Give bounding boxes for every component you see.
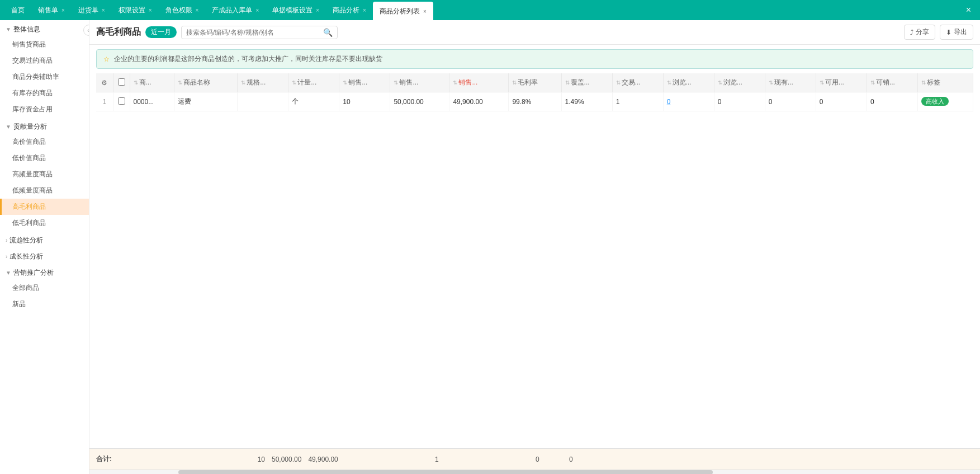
sidebar-item-traded-goods[interactable]: 交易过的商品 bbox=[0, 53, 89, 69]
sidebar-item-new-goods[interactable]: 新品 bbox=[0, 296, 89, 312]
sidebar-item-high-value[interactable]: 高价值商品 bbox=[0, 134, 89, 150]
cell-checkbox[interactable] bbox=[113, 92, 130, 111]
sidebar-item-goods-analysis-assist[interactable]: 商品分类辅助率 bbox=[0, 69, 89, 85]
footer-spacer1 bbox=[342, 456, 409, 463]
cell-sales-qty: 10 bbox=[339, 92, 390, 111]
share-icon: ⤴ bbox=[910, 29, 913, 36]
sidebar-group-growth[interactable]: › 成长性分析 bbox=[0, 247, 89, 264]
col-margin-rate[interactable]: ⇅毛利率 bbox=[509, 73, 561, 92]
col-current-stock[interactable]: ⇅现有... bbox=[765, 73, 816, 92]
sidebar-group-trend[interactable]: › 流趋性分析 bbox=[0, 231, 89, 247]
table-header-row: ⚙ ⇅商... ⇅商品名称 ⇅规格... bbox=[96, 73, 973, 92]
close-permission-settings[interactable]: × bbox=[149, 7, 152, 13]
footer-available: 0 bbox=[543, 456, 576, 463]
col-browse2[interactable]: ⇅浏览... bbox=[714, 73, 765, 92]
close-sales-order[interactable]: × bbox=[61, 7, 65, 13]
content-header: 高毛利商品 近一月 🔍 ⤴ 分享 ⬇ 导出 bbox=[89, 20, 980, 45]
cell-available: 0 bbox=[816, 92, 867, 111]
export-icon: ⬇ bbox=[946, 29, 951, 36]
content-area: 高毛利商品 近一月 🔍 ⤴ 分享 ⬇ 导出 ☆ 企业的主要的利润都是这部分商品创… bbox=[89, 20, 980, 474]
nav-product-warehousing[interactable]: 产成品入库单 × bbox=[205, 0, 266, 20]
nav-role-permission[interactable]: 角色权限 × bbox=[159, 0, 206, 20]
top-nav: 首页 销售单 × 进货单 × 权限设置 × 角色权限 × 产成品入库单 × 单据… bbox=[0, 0, 980, 20]
col-sellable[interactable]: ⇅可销... bbox=[867, 73, 917, 92]
cell-sales-amount: 50,000.00 bbox=[390, 92, 449, 111]
sidebar-group-profit[interactable]: ▼ 贡献量分析 bbox=[0, 118, 89, 134]
col-settings[interactable]: ⚙ bbox=[96, 73, 113, 92]
nav-sales-order[interactable]: 销售单 × bbox=[31, 0, 72, 20]
col-sales-qty[interactable]: ⇅销售... bbox=[339, 73, 390, 92]
sidebar-item-high-freq[interactable]: 高频量度商品 bbox=[0, 166, 89, 182]
cell-sales-cost: 49,900.00 bbox=[449, 92, 509, 111]
nav-product-analysis-list[interactable]: 商品分析列表 × bbox=[373, 2, 433, 21]
header-actions: ⤴ 分享 ⬇ 导出 bbox=[904, 25, 973, 40]
close-product-analysis-list[interactable]: × bbox=[423, 8, 427, 15]
sidebar-item-stock-capital-usage[interactable]: 库存资金占用 bbox=[0, 101, 89, 118]
nav-order-template[interactable]: 单据模板设置 × bbox=[266, 0, 326, 20]
bottom-scrollbar[interactable] bbox=[89, 470, 980, 474]
col-browse1[interactable]: ⇅浏览... bbox=[663, 73, 714, 92]
time-filter-btn[interactable]: 近一月 bbox=[145, 26, 177, 38]
col-trade-count[interactable]: ⇅交易... bbox=[612, 73, 663, 92]
nav-purchase-order[interactable]: 进货单 × bbox=[72, 0, 112, 20]
cell-current-stock: 0 bbox=[765, 92, 816, 111]
sidebar-group-marketing[interactable]: ▼ 营销推广分析 bbox=[0, 264, 89, 280]
sidebar-item-in-stock-goods[interactable]: 有库存的商品 bbox=[0, 85, 89, 101]
arrow-overall: ▼ bbox=[6, 26, 11, 32]
col-unit[interactable]: ⇅计量... bbox=[288, 73, 339, 92]
footer-sales-cost: 49,900.00 bbox=[305, 456, 341, 463]
close-order-template[interactable]: × bbox=[316, 7, 319, 13]
row-checkbox[interactable] bbox=[118, 97, 125, 105]
col-tag[interactable]: ⇅标签 bbox=[917, 73, 973, 92]
arrow-profit: ▼ bbox=[6, 124, 11, 130]
scrollbar-thumb bbox=[178, 470, 713, 474]
close-product-warehousing[interactable]: × bbox=[255, 7, 259, 13]
nav-product-analysis[interactable]: 商品分析 × bbox=[326, 0, 373, 20]
search-input[interactable] bbox=[186, 29, 323, 36]
col-coverage[interactable]: ⇅覆盖... bbox=[561, 73, 612, 92]
col-sales-amount[interactable]: ⇅销售... bbox=[390, 73, 449, 92]
sidebar-item-sales-goods[interactable]: 销售货商品 bbox=[0, 36, 89, 53]
cell-trade-count: 1 bbox=[612, 92, 663, 111]
sidebar-group-overall[interactable]: ▼ 整体信息 bbox=[0, 20, 89, 36]
nav-home[interactable]: 首页 bbox=[4, 0, 31, 20]
data-table: ⚙ ⇅商... ⇅商品名称 ⇅规格... bbox=[96, 73, 973, 111]
sidebar-item-high-margin[interactable]: 高毛利商品 bbox=[0, 199, 89, 215]
sidebar-item-low-freq[interactable]: 低频量度商品 bbox=[0, 182, 89, 199]
footer-current-stock: 0 bbox=[509, 456, 543, 463]
footer-summary: 合计: 10 50,000.00 49,900.00 1 0 bbox=[89, 448, 980, 470]
summary-label: 合计: bbox=[96, 454, 112, 464]
col-name[interactable]: ⇅商品名称 bbox=[174, 73, 237, 92]
footer-sales-amount: 50,000.00 bbox=[268, 456, 305, 463]
footer-trade-count: 1 bbox=[409, 456, 442, 463]
sidebar-item-low-value[interactable]: 低价值商品 bbox=[0, 150, 89, 166]
cell-unit: 个 bbox=[288, 92, 339, 111]
footer-spacer2 bbox=[442, 456, 509, 463]
close-all-tabs[interactable]: × bbox=[962, 5, 976, 15]
browse1-link[interactable]: 0 bbox=[667, 98, 671, 106]
col-spec[interactable]: ⇅规格... bbox=[238, 73, 288, 92]
cell-margin-rate: 99.8% bbox=[509, 92, 561, 111]
col-available[interactable]: ⇅可用... bbox=[816, 73, 867, 92]
nav-permission-settings[interactable]: 权限设置 × bbox=[112, 0, 159, 20]
col-code[interactable]: ⇅商... bbox=[130, 73, 174, 92]
cell-browse1[interactable]: 0 bbox=[663, 92, 714, 111]
sidebar-item-all-goods[interactable]: 全部商品 bbox=[0, 280, 89, 296]
close-product-analysis[interactable]: × bbox=[363, 7, 366, 13]
sidebar-item-low-margin[interactable]: 低毛利商品 bbox=[0, 215, 89, 231]
share-btn[interactable]: ⤴ 分享 bbox=[904, 25, 935, 40]
arrow-marketing: ▼ bbox=[6, 270, 11, 276]
col-checkbox[interactable] bbox=[113, 73, 130, 92]
close-role-permission[interactable]: × bbox=[196, 7, 199, 13]
cell-coverage: 1.49% bbox=[561, 92, 612, 111]
tag-badge: 高收入 bbox=[921, 97, 949, 106]
col-sales-cost[interactable]: ⇅销售... bbox=[449, 73, 509, 92]
close-purchase-order[interactable]: × bbox=[102, 7, 105, 13]
cell-code: 0000... bbox=[130, 92, 174, 111]
select-all-checkbox[interactable] bbox=[118, 78, 125, 86]
search-box: 🔍 bbox=[181, 26, 338, 39]
export-btn[interactable]: ⬇ 导出 bbox=[940, 25, 973, 40]
info-banner: ☆ 企业的主要的利润都是这部分商品创造的，可考虑加大推广，同时关注库存是不要出现… bbox=[96, 49, 973, 69]
cell-name: 运费 bbox=[174, 92, 237, 111]
search-icon[interactable]: 🔍 bbox=[323, 28, 333, 37]
